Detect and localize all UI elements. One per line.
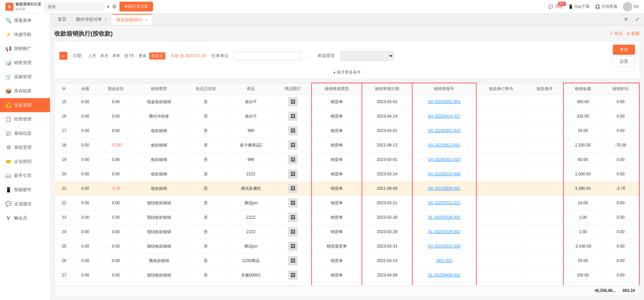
table-scroll[interactable]: ⚙ 余额 现金折扣 核销类型 包含已结清 商品 商品图片 核销单据类型 核销单报… bbox=[55, 83, 640, 285]
cell-goods-image: 🖼 bbox=[274, 254, 312, 268]
cell-receipt-order-no bbox=[476, 196, 526, 210]
table-row: 21 0.00 -2.76 收款核销 否 测试多属性 🖼 销货单 2021-08… bbox=[55, 181, 640, 196]
date-range: 不限 至 2023-07-26 bbox=[171, 53, 206, 59]
cell-goods: 999 bbox=[227, 124, 274, 138]
cell-bill-no[interactable]: SL-20230328-002 bbox=[412, 225, 476, 239]
sidebar-item-operations[interactable]: 📋 经营管理 bbox=[0, 112, 50, 126]
cell-cash-discount: 0.00 bbox=[97, 210, 134, 225]
message-count: 99+ bbox=[558, 2, 566, 6]
cell-bill-no[interactable]: SA-20230321-012 bbox=[412, 196, 476, 210]
refresh-btn[interactable]: ↺ 刷新 bbox=[626, 31, 640, 37]
settings-btn[interactable]: 设置 bbox=[613, 56, 635, 67]
table-row: 27 0.00 0.00 现结收款核销 否 衣服00001 🖼 销货单 2023… bbox=[55, 268, 640, 283]
tab-expand-btn[interactable]: ⤢ bbox=[633, 15, 641, 23]
app-download-btn[interactable]: 📱 App下载 bbox=[568, 4, 590, 9]
date-btn-7days[interactable]: 近7天 bbox=[123, 52, 136, 59]
cell-writeoff-discount: 0.00 bbox=[602, 153, 639, 167]
cell-bill-no[interactable]: SA-20230301-001 bbox=[412, 95, 476, 109]
expand-btn[interactable]: ▾ 展开更多条件 bbox=[333, 70, 361, 75]
cell-writeoff-amount: 100.00 bbox=[564, 268, 602, 283]
cell-receipt-condition bbox=[526, 181, 564, 196]
cell-bill-no[interactable]: SL-20230418-001 bbox=[412, 283, 476, 286]
cell-bill-no[interactable]: SA-20210813-001 bbox=[412, 138, 476, 153]
message-btn[interactable]: 💬 消息 99+ bbox=[548, 4, 563, 9]
page-content: 收款核销执行(按收款) ↗ 导出 ↺ 刷新 » 日期 bbox=[50, 26, 644, 300]
cell-included-settled: 否 bbox=[184, 210, 227, 225]
cell-goods: 老白干 bbox=[227, 95, 274, 109]
sidebar-item-guide[interactable]: 📖 新手引导 bbox=[0, 169, 50, 183]
cell-writeoff-discount: 0.00 bbox=[602, 225, 639, 239]
online-service-btn[interactable]: 🎧 在线客服 bbox=[595, 4, 618, 9]
th-receipt-order-no: 收款单订单号 bbox=[476, 83, 526, 95]
th-receipt-condition: 收款条件 bbox=[526, 83, 564, 95]
cell-writeoff-type: 收款核销 bbox=[134, 153, 184, 167]
tab-writeoff[interactable]: 收款核销执行 × bbox=[112, 14, 152, 25]
sidebar-item-system[interactable]: ⚙ 系统管理 bbox=[0, 140, 50, 155]
tab-home[interactable]: 首页 bbox=[53, 14, 71, 25]
cell-writeoff-type: 收款核销 bbox=[134, 124, 184, 138]
sidebar-item-purchase[interactable]: 🛒 采购管理 bbox=[0, 70, 50, 84]
cell-cash-discount: 0.00 bbox=[97, 254, 134, 268]
tab-prepay[interactable]: 预付冲应付单 × bbox=[71, 14, 112, 25]
cell-bill-no[interactable]: SA-20230301-010 bbox=[412, 124, 476, 138]
date-btn-this-month[interactable]: 本月 bbox=[99, 52, 110, 59]
cell-bill-no[interactable]: SA-20230314-008 bbox=[412, 167, 476, 181]
sidebar-item-quick-nav[interactable]: ⚡ 快捷导航 bbox=[0, 28, 50, 42]
date-btn-last-month[interactable]: 上月 bbox=[87, 52, 98, 59]
cell-goods-image: 🖼 bbox=[274, 210, 312, 225]
cell-bill-date: 2023-03-14 bbox=[362, 167, 412, 181]
tab-close-all-btn[interactable]: ✕ bbox=[622, 15, 630, 23]
filter-toggle-btn[interactable]: » bbox=[59, 52, 67, 60]
th-settings[interactable]: ⚙ bbox=[55, 83, 73, 95]
cell-bill-no[interactable]: SA-20230414-017 bbox=[412, 109, 476, 124]
cell-bill-no[interactable]: SA-20230331-026 bbox=[412, 239, 476, 254]
sidebar-item-hardware[interactable]: 📱 智能硬件 bbox=[0, 183, 50, 197]
user-avatar[interactable]: Rit bbox=[623, 2, 639, 11]
cell-bill-no[interactable]: SL-20230408-001 bbox=[412, 268, 476, 283]
cell-cash-discount: 0.00 bbox=[97, 283, 134, 286]
cell-bill-no[interactable]: SA-20230301-010 bbox=[412, 153, 476, 167]
sidebar-item-base-info[interactable]: 📰 基础信息 bbox=[0, 126, 50, 140]
date-btn-more[interactable]: 更多 bbox=[137, 52, 148, 59]
query-btn[interactable]: 查询 bbox=[613, 45, 635, 55]
chevron-down-icon[interactable]: ▾ bbox=[107, 4, 109, 9]
sidebar-item-sales[interactable]: 📊 销售管理 bbox=[0, 56, 50, 70]
marketing-icon: 📢 bbox=[5, 46, 11, 52]
quick-nav-icon: ⚡ bbox=[5, 32, 11, 38]
cell-bill-no[interactable]: SL-20230328-001 bbox=[412, 210, 476, 225]
th-included-settled: 包含已结清 bbox=[184, 83, 227, 95]
date-btn-this-year[interactable]: 本年 bbox=[111, 52, 122, 59]
refresh-icon: ↺ bbox=[626, 31, 630, 36]
sidebar-item-label: 库存核算 bbox=[14, 88, 32, 94]
cell-balance: 0.00 bbox=[73, 95, 97, 109]
export-btn[interactable]: ↗ 导出 bbox=[609, 31, 623, 37]
trial-btn[interactable]: 休验行业方案 bbox=[119, 2, 153, 11]
sidebar-item-wechat[interactable]: 💬 企业微信 bbox=[0, 197, 50, 211]
cell-bill-no[interactable]: ABC-001 bbox=[412, 254, 476, 268]
sidebar-item-inventory[interactable]: 📦 库存核算 bbox=[0, 84, 50, 98]
sidebar-item-marketing[interactable]: 📢 营销推广 bbox=[0, 42, 50, 56]
sidebar-item-search[interactable]: 🔍 搜索菜单 bbox=[0, 13, 50, 28]
cell-goods-image: 🖼 bbox=[274, 95, 312, 109]
cell-writeoff-type: 现金收款核销 bbox=[134, 95, 184, 109]
tab-writeoff-close[interactable]: × bbox=[145, 17, 148, 22]
cell-balance: 0.00 bbox=[73, 153, 97, 167]
member-icon: V bbox=[5, 215, 11, 221]
gear-icon[interactable]: ⚙ bbox=[112, 3, 117, 10]
table-row: 23 0.00 0.00 现结收款核销 否 2222 🖼 销货单 2023-03… bbox=[55, 210, 640, 225]
sidebar-item-enterprise[interactable]: 🤝 企业协同 bbox=[0, 155, 50, 169]
sidebar-item-finance[interactable]: 💰 资金管理 bbox=[0, 98, 50, 112]
sidebar-item-label: 搜索菜单 bbox=[14, 17, 32, 24]
refresh-label: 刷新 bbox=[631, 31, 640, 37]
tab-prepay-close[interactable]: × bbox=[105, 17, 107, 22]
cell-balance: 0.00 bbox=[73, 239, 97, 254]
sidebar-item-member[interactable]: V 畅会员 bbox=[0, 211, 50, 225]
cell-bill-no[interactable]: SA-20210808-001 bbox=[412, 181, 476, 196]
partner-input[interactable] bbox=[234, 51, 301, 60]
search-input[interactable] bbox=[44, 3, 104, 11]
date-btn-custom[interactable]: 自定义 bbox=[149, 52, 165, 59]
cell-balance: 0.00 bbox=[73, 109, 97, 124]
table-row: 28 0.00 0.00 现结收款核销 否 2222 🖼 销货单 2023-04… bbox=[55, 283, 640, 286]
cell-receipt-order-no bbox=[476, 181, 526, 196]
bill-type-select[interactable] bbox=[340, 51, 394, 61]
